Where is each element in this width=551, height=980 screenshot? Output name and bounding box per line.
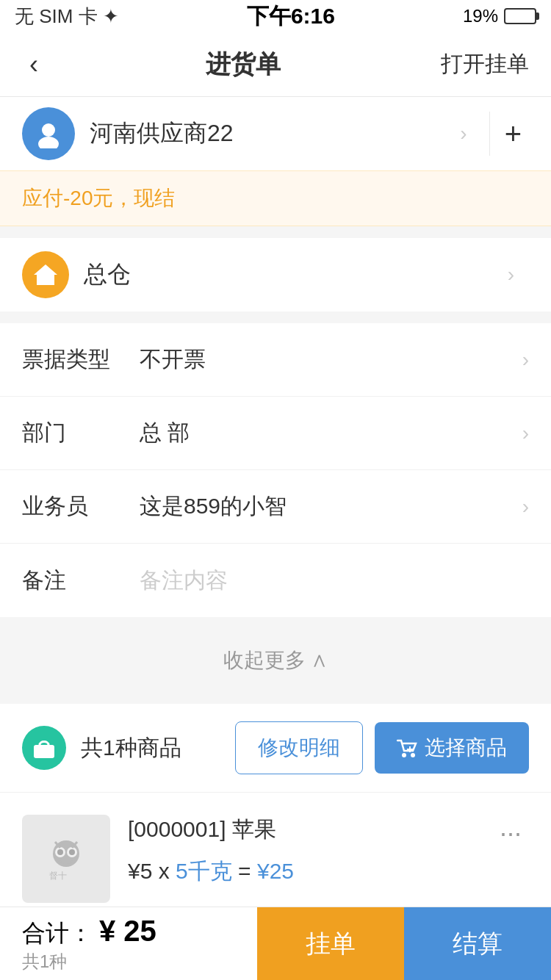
total-section: 合计： ¥ 25 共1种: [0, 907, 257, 980]
warning-banner: 应付-20元，现结: [0, 170, 551, 226]
product-info: [0000001] 苹果 ¥5 x 5千克 = ¥25: [128, 815, 492, 887]
product-code: [0000001]: [128, 817, 226, 841]
product-count-icon: [22, 726, 66, 770]
form-section: 票据类型 不开票 › 部门 总 部 › 业务员 这是859的小智 › 备注 备注…: [0, 323, 551, 617]
status-bar: 无 SIM 卡 ✦ 下午6:16 19%: [0, 0, 551, 32]
total-amount: ¥ 25: [99, 915, 156, 947]
quantity: 5千克: [176, 859, 232, 883]
edit-detail-button[interactable]: 修改明细: [235, 721, 363, 774]
total-label: 合计：: [22, 920, 93, 946]
sales-value: 这是859的小智: [125, 491, 522, 522]
collapse-button[interactable]: 收起更多 ∧: [0, 629, 551, 692]
warehouse-chevron-icon: ›: [508, 263, 514, 287]
total-line: 合计： ¥ 25: [22, 915, 235, 950]
svg-marker-2: [34, 264, 57, 285]
product-item: 督十 [0000001] 苹果 ¥5 x 5千克 = ¥25 ···: [0, 793, 551, 925]
supplier-name: 河南供应商22: [90, 118, 460, 150]
supplier-row[interactable]: 河南供应商22 › +: [0, 97, 551, 170]
product-name: [0000001] 苹果: [128, 815, 492, 845]
product-more-button[interactable]: ···: [492, 815, 529, 851]
equals-sign: =: [238, 859, 257, 883]
remark-input[interactable]: 备注内容: [125, 566, 529, 596]
dept-chevron-icon: ›: [522, 422, 529, 445]
select-product-button[interactable]: 选择商品: [375, 722, 529, 774]
suspend-button[interactable]: 挂单: [257, 907, 404, 980]
sales-chevron-icon: ›: [522, 495, 529, 519]
battery-icon: [504, 8, 536, 24]
open-suspend-button[interactable]: 打开挂单: [441, 49, 529, 79]
invoice-row[interactable]: 票据类型 不开票 ›: [0, 323, 551, 397]
svg-point-5: [411, 753, 415, 757]
bag-icon: [31, 735, 57, 761]
nav-bar: ‹ 进货单 打开挂单: [0, 32, 551, 97]
invoice-chevron-icon: ›: [522, 348, 529, 372]
svg-rect-3: [34, 745, 54, 758]
sales-row[interactable]: 业务员 这是859的小智 ›: [0, 470, 551, 544]
remark-label: 备注: [22, 566, 125, 596]
warehouse-icon: [22, 251, 69, 298]
supplier-avatar: [22, 107, 75, 160]
remark-row[interactable]: 备注 备注内容: [0, 544, 551, 617]
svg-point-11: [57, 849, 63, 855]
add-button[interactable]: +: [497, 110, 529, 158]
svg-point-1: [38, 137, 59, 148]
dept-value: 总 部: [125, 418, 522, 448]
warehouse-row[interactable]: 总仓 ›: [0, 238, 551, 311]
warehouse-section: 总仓 ›: [0, 238, 551, 311]
product-title: 苹果: [232, 817, 276, 841]
svg-point-12: [69, 849, 75, 855]
dept-label: 部门: [22, 418, 125, 448]
owl-logo-icon: 督十: [40, 833, 92, 884]
page-title: 进货单: [206, 48, 281, 82]
product-count-text: 共1种商品: [81, 733, 235, 763]
bottom-bar: 合计： ¥ 25 共1种 挂单 结算: [0, 907, 551, 980]
warehouse-name: 总仓: [84, 259, 508, 291]
home-icon: [32, 262, 59, 288]
back-button[interactable]: ‹: [22, 42, 46, 87]
supplier-chevron-icon: ›: [460, 122, 467, 145]
product-thumbnail: 督十: [22, 815, 110, 903]
time-text: 下午6:16: [247, 1, 335, 32]
invoice-value: 不开票: [125, 345, 522, 375]
supplier-section: 河南供应商22 › + 应付-20元，现结: [0, 97, 551, 226]
sales-label: 业务员: [22, 491, 125, 522]
select-product-label: 选择商品: [425, 734, 507, 762]
battery-area: 19%: [463, 6, 536, 26]
svg-point-0: [42, 123, 55, 137]
dept-row[interactable]: 部门 总 部 ›: [0, 397, 551, 470]
vertical-divider: [489, 112, 490, 156]
unit-price: ¥5: [128, 859, 152, 883]
product-price: ¥5 x 5千克 = ¥25: [128, 857, 492, 887]
product-section: 共1种商品 修改明细 选择商品 督十: [0, 704, 551, 925]
multiply-sign: x: [159, 859, 176, 883]
checkout-button[interactable]: 结算: [404, 907, 551, 980]
svg-text:督十: 督十: [49, 871, 67, 881]
carrier-text: 无 SIM 卡 ✦: [15, 4, 119, 29]
cart-icon: [397, 738, 417, 758]
total-count: 共1种: [22, 950, 235, 973]
battery-percent: 19%: [463, 6, 498, 26]
invoice-label: 票据类型: [22, 345, 125, 375]
svg-point-4: [402, 753, 406, 757]
line-total: ¥25: [257, 859, 294, 883]
user-icon: [34, 119, 63, 148]
product-header: 共1种商品 修改明细 选择商品: [0, 704, 551, 793]
